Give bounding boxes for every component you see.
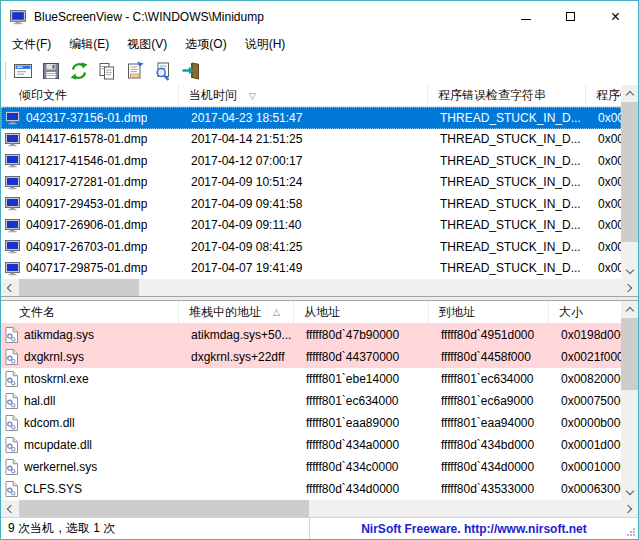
toolbar: [1, 57, 638, 85]
cell-crash-time: 2017-04-23 18:51:47: [179, 107, 428, 129]
scroll-track[interactable]: [621, 102, 638, 262]
maximize-icon: [566, 12, 575, 21]
crash-row[interactable]: 040917-26703-01.dmp2017-04-09 08:41:25TH…: [1, 236, 621, 258]
crash-row[interactable]: 041217-41546-01.dmp2017-04-12 07:00:17TH…: [1, 150, 621, 172]
menu-help[interactable]: 说明(H): [236, 32, 295, 57]
dump-file-name: 042317-37156-01.dmp: [26, 111, 147, 125]
minidump-file-icon: [5, 110, 20, 125]
minimize-button[interactable]: [503, 1, 548, 32]
advanced-options-button[interactable]: [11, 60, 34, 83]
close-button[interactable]: ×: [593, 1, 638, 32]
cell-bug-check-code: 0x000: [586, 172, 621, 194]
crash-row[interactable]: 040717-29875-01.dmp2017-04-07 19:41:49TH…: [1, 258, 621, 280]
find-icon: [153, 61, 173, 81]
scroll-left-button[interactable]: [1, 285, 18, 291]
column-header-bug-check-string[interactable]: 程序错误检查字符串: [428, 85, 586, 106]
status-crash-count: 9 次当机，选取 1 次: [1, 520, 309, 537]
module-list-body: atikmdag.sysatikmdag.sys+50...fffff80d`4…: [1, 324, 621, 500]
module-list-hscrollbar[interactable]: [1, 500, 638, 517]
module-list-vscrollbar[interactable]: [621, 301, 638, 500]
module-row[interactable]: dxgkrnl.sysdxgkrnl.sys+22dfffffff80d`443…: [1, 346, 621, 368]
column-header-to-address[interactable]: 到地址: [429, 301, 549, 323]
properties-icon: [125, 61, 145, 81]
module-list-pane: 文件名堆栈中的地址△从地址到地址大小 atikmdag.sysatikmdag.…: [1, 301, 638, 500]
cell-bug-check-string: THREAD_STUCK_IN_D...: [428, 258, 586, 280]
menu-edit[interactable]: 编辑(E): [60, 32, 118, 57]
module-row[interactable]: kdcom.dllfffff801`eaa89000fffff801`eaa94…: [1, 412, 621, 434]
crash-list-pane: 倾印文件当机时间▽程序错误检查字符串程序错误 042317-37156-01.d…: [1, 85, 638, 279]
crash-row[interactable]: 042317-37156-01.dmp2017-04-23 18:51:47TH…: [1, 107, 621, 129]
scroll-right-button[interactable]: [621, 506, 638, 512]
scroll-up-button[interactable]: [621, 85, 638, 102]
scroll-track[interactable]: [18, 500, 621, 517]
cell-size: 0x00075000: [549, 390, 621, 412]
minidump-file-icon: [5, 153, 20, 168]
cell-from-address: fffff801`ec634000: [294, 390, 429, 412]
scroll-up-button[interactable]: [621, 301, 638, 318]
scroll-thumb[interactable]: [621, 318, 638, 390]
module-row[interactable]: mcupdate.dllfffff80d`434a0000fffff80d`43…: [1, 434, 621, 456]
cell-from-address: fffff80d`434c0000: [294, 456, 429, 478]
cell-crash-time: 2017-04-09 08:41:25: [179, 236, 428, 258]
module-row[interactable]: werkernel.sysfffff80d`434c0000fffff80d`4…: [1, 456, 621, 478]
cell-filename: werkernel.sys: [1, 456, 179, 478]
module-file-icon: [5, 481, 18, 497]
scroll-track[interactable]: [621, 318, 638, 483]
scroll-left-button[interactable]: [1, 506, 18, 512]
scroll-right-button[interactable]: [621, 285, 638, 291]
crash-row[interactable]: 040917-29453-01.dmp2017-04-09 09:41:58TH…: [1, 193, 621, 215]
module-file-icon: [5, 459, 18, 475]
menu-options[interactable]: 选项(O): [176, 32, 235, 57]
crash-list-header: 倾印文件当机时间▽程序错误检查字符串程序错误: [1, 85, 621, 107]
scroll-thumb[interactable]: [621, 102, 638, 242]
cell-from-address: fffff801`ebe14000: [294, 368, 429, 390]
exit-button[interactable]: [179, 60, 202, 83]
chevron-right-icon: [624, 504, 632, 512]
module-row[interactable]: ntoskrnl.exefffff801`ebe14000fffff801`ec…: [1, 368, 621, 390]
column-header-bug-check-code[interactable]: 程序错误: [586, 85, 621, 106]
maximize-button[interactable]: [548, 1, 593, 32]
scroll-down-button[interactable]: [621, 262, 638, 279]
cell-address-in-stack: atikmdag.sys+50...: [179, 324, 294, 346]
column-header-crash-time[interactable]: 当机时间▽: [179, 85, 428, 106]
module-file-name: hal.dll: [24, 394, 55, 408]
column-header-from-address[interactable]: 从地址: [294, 301, 429, 323]
window-controls: ×: [503, 1, 638, 32]
cell-crash-time: 2017-04-07 19:41:49: [179, 258, 428, 280]
crash-row[interactable]: 040917-26906-01.dmp2017-04-09 09:11:40TH…: [1, 215, 621, 237]
scroll-thumb[interactable]: [19, 279, 139, 296]
minidump-file-icon: [5, 132, 20, 147]
crash-list-vscrollbar[interactable]: [621, 85, 638, 279]
module-row[interactable]: hal.dllfffff801`ec634000fffff801`ec6a900…: [1, 390, 621, 412]
column-header-size[interactable]: 大小: [549, 301, 621, 323]
chevron-right-icon: [624, 283, 632, 291]
cell-to-address: fffff80d`4951d000: [429, 324, 549, 346]
scroll-track[interactable]: [18, 279, 621, 296]
crash-row[interactable]: 041417-61578-01.dmp2017-04-14 21:51:25TH…: [1, 129, 621, 151]
cell-from-address: fffff80d`434a0000: [294, 434, 429, 456]
properties-button[interactable]: [123, 60, 146, 83]
module-file-icon: [5, 393, 18, 409]
column-header-dump-file[interactable]: 倾印文件: [1, 85, 179, 106]
find-button[interactable]: [151, 60, 174, 83]
menu-file[interactable]: 文件(F): [3, 32, 60, 57]
module-row[interactable]: CLFS.SYSfffff80d`434d0000fffff80d`435330…: [1, 478, 621, 500]
nirsoft-link[interactable]: NirSoft Freeware. http://www.nirsoft.net: [310, 522, 638, 536]
cell-dump-file: 040917-27281-01.dmp: [1, 172, 179, 194]
column-header-address-in-stack[interactable]: 堆栈中的地址△: [179, 301, 294, 323]
column-header-filename[interactable]: 文件名: [1, 301, 179, 323]
scroll-down-button[interactable]: [621, 483, 638, 500]
save-button[interactable]: [39, 60, 62, 83]
menu-view[interactable]: 视图(V): [118, 32, 176, 57]
refresh-button[interactable]: [67, 60, 90, 83]
column-label: 倾印文件: [19, 87, 67, 104]
cell-dump-file: 040717-29875-01.dmp: [1, 258, 179, 280]
cell-from-address: fffff80d`44370000: [294, 346, 429, 368]
resize-grip[interactable]: [626, 527, 635, 536]
scroll-thumb[interactable]: [19, 500, 309, 517]
module-row[interactable]: atikmdag.sysatikmdag.sys+50...fffff80d`4…: [1, 324, 621, 346]
crash-row[interactable]: 040917-27281-01.dmp2017-04-09 10:51:24TH…: [1, 172, 621, 194]
crash-list-hscrollbar[interactable]: [1, 279, 638, 296]
copy-button[interactable]: [95, 60, 118, 83]
cell-bug-check-string: THREAD_STUCK_IN_D...: [428, 215, 586, 237]
